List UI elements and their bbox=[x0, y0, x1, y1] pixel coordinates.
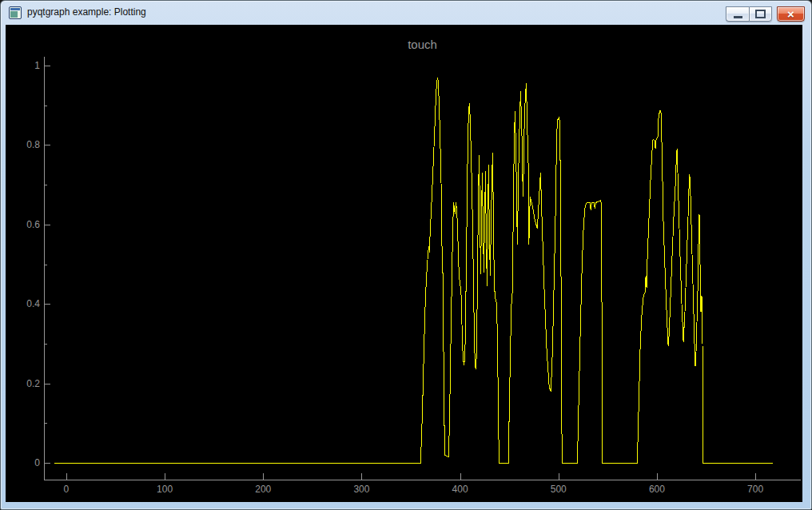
x-tick-label: 600 bbox=[649, 484, 665, 495]
y-tick-label: 0.8 bbox=[26, 139, 40, 150]
maximize-icon bbox=[755, 10, 766, 18]
maximize-button[interactable] bbox=[749, 6, 772, 22]
y-tick-label: 0.2 bbox=[26, 378, 40, 389]
x-tick-label: 0 bbox=[64, 484, 70, 495]
app-window: pyqtgraph example: Plotting × touch 0100… bbox=[0, 0, 812, 510]
app-icon-titlebar-stripe bbox=[10, 8, 20, 10]
window-title: pyqtgraph example: Plotting bbox=[27, 6, 146, 18]
plot-canvas[interactable]: 010020030040050060070000.20.40.60.81 bbox=[6, 25, 802, 502]
y-tick-label: 1 bbox=[34, 60, 40, 71]
x-tick-label: 400 bbox=[452, 484, 468, 495]
touch-curve bbox=[54, 78, 773, 463]
y-tick-label: 0.4 bbox=[26, 298, 40, 309]
x-tick-label: 300 bbox=[353, 484, 369, 495]
close-button[interactable]: × bbox=[777, 6, 805, 22]
window-controls: × bbox=[726, 6, 805, 22]
minimize-button[interactable] bbox=[726, 6, 749, 22]
y-tick-label: 0.6 bbox=[26, 219, 40, 230]
minimize-icon bbox=[734, 16, 742, 18]
titlebar[interactable]: pyqtgraph example: Plotting × bbox=[1, 1, 811, 25]
y-tick-label: 0 bbox=[34, 457, 40, 468]
x-tick-label: 200 bbox=[255, 484, 271, 495]
plot-client-area: touch 010020030040050060070000.20.40.60.… bbox=[6, 25, 802, 502]
app-icon[interactable] bbox=[9, 6, 22, 19]
close-icon: × bbox=[787, 8, 794, 20]
app-icon-pane bbox=[10, 11, 18, 18]
x-tick-label: 700 bbox=[747, 484, 763, 495]
x-tick-label: 100 bbox=[157, 484, 173, 495]
x-tick-label: 500 bbox=[551, 484, 567, 495]
